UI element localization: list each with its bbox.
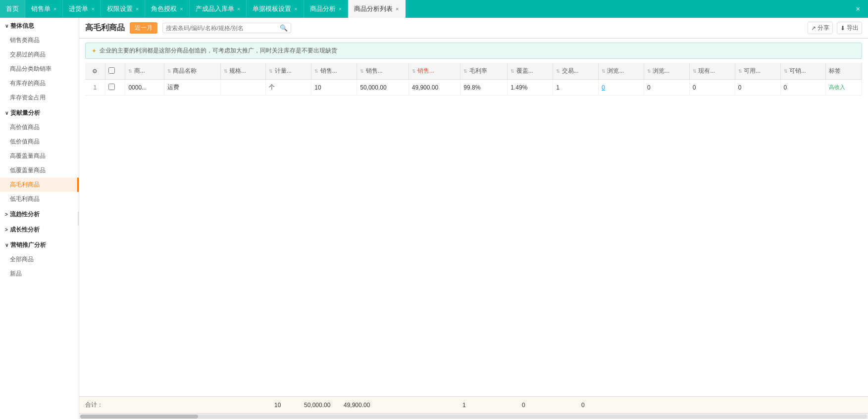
tab-roles[interactable]: 角色授权 × <box>145 0 189 18</box>
close-all-button[interactable]: × <box>852 0 864 18</box>
tab-permissions[interactable]: 权限设置 × <box>101 0 145 18</box>
tab-product-warehouse[interactable]: 产成品入库单 × <box>190 0 247 18</box>
th-name[interactable]: ⇅ 商品名称 <box>164 63 220 80</box>
sidebar-item-in-stock-goods[interactable]: 有库存的商品 <box>0 76 79 91</box>
sidebar: 《 ∨ 整体信息 销售类商品 交易过的商品 商品分类助销率 有库存的商品 库存资… <box>0 18 79 419</box>
sidebar-item-sales-goods[interactable]: 销售类商品 <box>0 33 79 47</box>
horizontal-scrollbar[interactable] <box>79 413 868 419</box>
th-browse2[interactable]: ⇅ 浏览... <box>644 63 689 80</box>
cell-trade: 1 <box>553 80 599 95</box>
sidebar-group-contribution[interactable]: ∨ 贡献量分析 <box>0 105 79 120</box>
bulb-icon: ✦ <box>92 47 97 54</box>
summary-empty5 <box>608 402 638 409</box>
cell-spec <box>220 80 266 95</box>
tab-close-icon[interactable]: × <box>91 6 94 12</box>
th-trade[interactable]: ⇅ 交易... <box>553 63 599 80</box>
summary-profit-val: 49,900.00 <box>341 402 380 409</box>
cell-browse1[interactable]: 0 <box>599 80 644 95</box>
cell-available: 0 <box>735 80 780 95</box>
summary-empty2 <box>420 402 460 409</box>
th-unit[interactable]: ⇅ 计量... <box>266 63 311 80</box>
sidebar-item-category-rate[interactable]: 商品分类助销率 <box>0 62 79 76</box>
share-button[interactable]: ↗ 分享 <box>808 22 833 34</box>
scrollbar-thumb[interactable] <box>80 415 198 419</box>
content-area: 高毛利商品 近一月 🔍 ↗ 分享 ⬇ 导出 ✦ 企业的主要的利润都是这部分商品创… <box>79 18 868 419</box>
tab-home[interactable]: 首页 <box>0 0 25 18</box>
tab-close-icon[interactable]: × <box>396 6 399 12</box>
tab-close-icon[interactable]: × <box>294 6 297 12</box>
export-icon: ⬇ <box>840 25 845 32</box>
sidebar-item-low-coverage[interactable]: 低覆盖量商品 <box>0 163 79 178</box>
browse1-link[interactable]: 0 <box>602 84 605 91</box>
sidebar-collapse-button[interactable]: 《 <box>78 212 79 226</box>
sort-arrows: ⇅ <box>412 69 416 74</box>
th-gross-margin[interactable]: ⇅ 毛利率 <box>460 63 508 80</box>
sidebar-item-stock-capital[interactable]: 库存资金占用 <box>0 91 79 105</box>
th-sales-profit[interactable]: ⇅ 销售... <box>408 63 460 80</box>
tab-template-settings[interactable]: 单据模板设置 × <box>247 0 304 18</box>
info-banner: ✦ 企业的主要的利润都是这部分商品创造的，可考虑加大推广，同时关注库存是不要出现… <box>85 43 862 59</box>
th-code[interactable]: ⇅ 商... <box>125 63 164 80</box>
sidebar-group-overall[interactable]: ∨ 整体信息 <box>0 18 79 33</box>
th-sellable[interactable]: ⇅ 可销... <box>780 63 826 80</box>
th-tag[interactable]: 标签 <box>826 63 862 80</box>
sort-arrows: ⇅ <box>224 69 228 74</box>
row-checkbox[interactable] <box>108 84 115 90</box>
select-all-checkbox[interactable] <box>108 67 115 74</box>
tab-close-icon[interactable]: × <box>237 6 240 12</box>
summary-sales-qty <box>113 402 271 409</box>
sort-arrows: ⇅ <box>128 69 132 74</box>
summary-values: 10 50,000.00 49,900.00 1 0 0 <box>113 402 638 409</box>
cell-checkbox[interactable] <box>105 80 125 95</box>
th-current-stock[interactable]: ⇅ 现有... <box>689 63 735 80</box>
tab-close-icon[interactable]: × <box>136 6 139 12</box>
filter-period-button[interactable]: 近一月 <box>130 22 157 34</box>
th-checkbox[interactable] <box>105 63 125 80</box>
th-available[interactable]: ⇅ 可用... <box>735 63 780 80</box>
sidebar-item-low-margin[interactable]: 低毛利商品 <box>0 192 79 206</box>
tab-close-icon[interactable]: × <box>180 6 183 12</box>
th-browse1[interactable]: ⇅ 浏览... <box>599 63 644 80</box>
sidebar-item-high-value[interactable]: 高价值商品 <box>0 120 79 135</box>
share-icon: ↗ <box>811 25 816 32</box>
sidebar-group-trend[interactable]: > 流趋性分析 <box>0 206 79 222</box>
sidebar-group-marketing[interactable]: ∨ 营销推广分析 <box>0 237 79 252</box>
sort-arrows: ⇅ <box>463 69 467 74</box>
sort-arrows: ⇅ <box>556 69 560 74</box>
th-settings[interactable]: ⚙ <box>85 63 105 80</box>
th-sales-qty[interactable]: ⇅ 销售... <box>311 63 357 80</box>
summary-empty3 <box>489 402 519 409</box>
cell-coverage: 1.49% <box>508 80 553 95</box>
tab-product-analysis-list[interactable]: 商品分析列表 × <box>348 0 405 18</box>
search-input[interactable] <box>166 25 280 32</box>
sidebar-item-high-margin[interactable]: 高毛利商品 <box>0 178 79 192</box>
scrollbar-track[interactable] <box>80 415 867 419</box>
cell-sales-profit: 49,900.00 <box>408 80 460 95</box>
chevron-down-icon: ∨ <box>5 23 8 29</box>
sort-arrows: ⇅ <box>167 69 171 74</box>
export-button[interactable]: ⬇ 导出 <box>837 22 862 34</box>
tab-close-icon[interactable]: × <box>53 6 56 12</box>
tab-sales-order[interactable]: 销售单 × <box>25 0 63 18</box>
tab-close-icon[interactable]: × <box>339 6 342 12</box>
tab-product-analysis[interactable]: 商品分析 × <box>304 0 348 18</box>
cell-gross-margin: 99.8% <box>460 80 508 95</box>
summary-browse2-val: 0 <box>519 402 549 409</box>
sidebar-item-high-coverage[interactable]: 高覆盖量商品 <box>0 149 79 163</box>
search-icon[interactable]: 🔍 <box>280 24 288 32</box>
sidebar-item-low-value[interactable]: 低价值商品 <box>0 135 79 149</box>
th-sales-amount[interactable]: ⇅ 销售... <box>357 63 409 80</box>
summary-empty1 <box>380 402 420 409</box>
sidebar-group-growth[interactable]: > 成长性分析 <box>0 222 79 237</box>
sidebar-item-all-goods[interactable]: 全部商品 <box>0 252 79 267</box>
th-spec[interactable]: ⇅ 规格... <box>220 63 266 80</box>
th-coverage[interactable]: ⇅ 覆盖... <box>508 63 553 80</box>
tab-purchase-order[interactable]: 进货单 × <box>63 0 101 18</box>
sidebar-item-traded-goods[interactable]: 交易过的商品 <box>0 47 79 62</box>
cell-index: 1 <box>85 80 105 95</box>
sidebar-item-new-goods[interactable]: 新品 <box>0 267 79 281</box>
top-navigation: 首页 销售单 × 进货单 × 权限设置 × 角色授权 × 产成品入库单 × 单据… <box>0 0 868 18</box>
data-table: ⚙ ⇅ 商... ⇅ 商品名称 <box>85 63 862 95</box>
data-table-container[interactable]: ⚙ ⇅ 商... ⇅ 商品名称 <box>85 63 862 396</box>
summary-label: 合计： <box>85 401 103 409</box>
